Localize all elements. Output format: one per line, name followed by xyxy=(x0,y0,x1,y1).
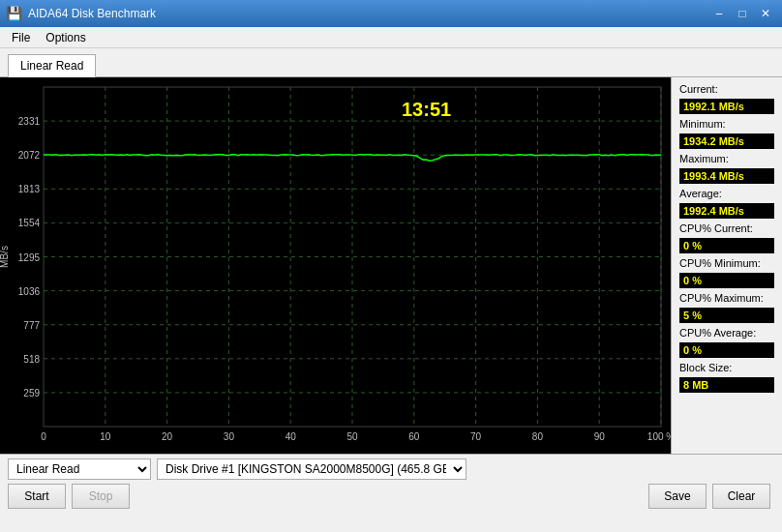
maximize-button[interactable]: □ xyxy=(732,5,753,22)
cpu-maximum-label: CPU% Maximum: xyxy=(679,292,774,304)
minimum-value: 1934.2 MB/s xyxy=(679,133,774,149)
menu-options[interactable]: Options xyxy=(38,29,93,46)
cpu-current-value: 0 % xyxy=(679,238,774,253)
menu-file[interactable]: File xyxy=(4,29,38,46)
cpu-average-value: 0 % xyxy=(679,342,774,358)
chart-area xyxy=(0,77,671,454)
app-title: AIDA64 Disk Benchmark xyxy=(28,7,156,20)
stop-button[interactable]: Stop xyxy=(72,484,130,509)
current-value: 1992.1 MB/s xyxy=(679,99,774,114)
tab-linear-read[interactable]: Linear Read xyxy=(8,54,96,77)
maximum-label: Maximum: xyxy=(679,153,774,164)
title-bar-left: 💾 AIDA64 Disk Benchmark xyxy=(6,6,156,21)
cpu-maximum-value: 5 % xyxy=(679,308,774,323)
block-size-value: 8 MB xyxy=(679,377,774,393)
bottom-controls: Linear Read Disk Drive #1 [KINGSTON SA20… xyxy=(8,458,774,480)
cpu-minimum-label: CPU% Minimum: xyxy=(679,257,774,269)
app-icon: 💾 xyxy=(6,6,22,21)
bottom-actions: Start Stop Save Clear xyxy=(8,484,774,509)
test-type-dropdown[interactable]: Linear Read xyxy=(8,458,151,480)
right-panel: Current: 1992.1 MB/s Minimum: 1934.2 MB/… xyxy=(671,77,782,454)
save-button[interactable]: Save xyxy=(648,484,707,509)
disk-dropdown[interactable]: Disk Drive #1 [KINGSTON SA2000M8500G] (4… xyxy=(157,458,466,480)
minimum-label: Minimum: xyxy=(679,118,774,130)
window-controls: – □ ✕ xyxy=(708,5,776,22)
main-content: Current: 1992.1 MB/s Minimum: 1934.2 MB/… xyxy=(0,77,782,455)
cpu-minimum-value: 0 % xyxy=(679,273,774,288)
cpu-current-label: CPU% Current: xyxy=(679,222,774,234)
clear-button[interactable]: Clear xyxy=(712,484,770,509)
cpu-average-label: CPU% Average: xyxy=(679,327,774,339)
benchmark-canvas xyxy=(0,77,671,454)
maximum-value: 1993.4 MB/s xyxy=(679,168,774,184)
start-button[interactable]: Start xyxy=(8,484,66,509)
close-button[interactable]: ✕ xyxy=(755,5,776,22)
title-bar: 💾 AIDA64 Disk Benchmark – □ ✕ xyxy=(0,0,782,27)
block-size-label: Block Size: xyxy=(679,362,774,373)
menu-bar: File Options xyxy=(0,27,782,48)
average-label: Average: xyxy=(679,188,774,199)
tab-bar: Linear Read xyxy=(0,48,782,77)
current-label: Current: xyxy=(679,83,774,95)
bottom-bar: Linear Read Disk Drive #1 [KINGSTON SA20… xyxy=(0,455,782,513)
minimize-button[interactable]: – xyxy=(708,5,730,22)
average-value: 1992.4 MB/s xyxy=(679,203,774,219)
